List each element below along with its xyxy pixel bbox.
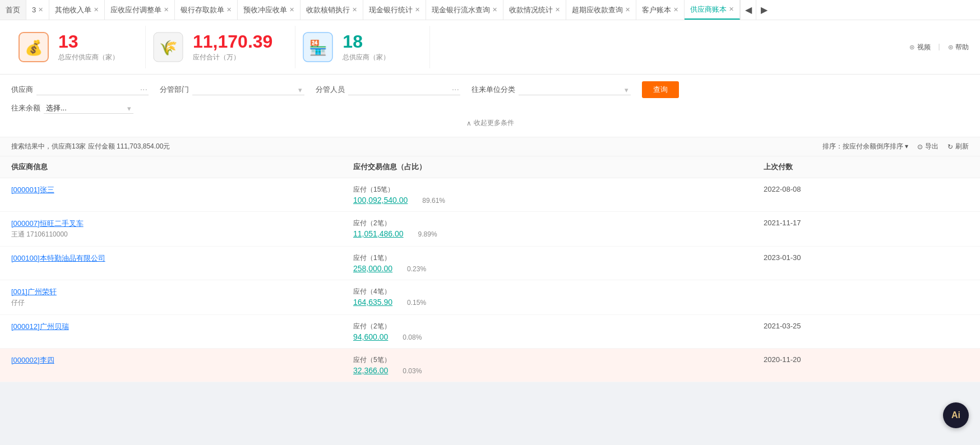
transaction-cell-4: 应付（2笔） 94,600.00 0.08% bbox=[353, 322, 764, 341]
tx-amount-3[interactable]: 164,635.90 bbox=[353, 298, 392, 307]
nav-customer-book-label: 客户账本 bbox=[642, 5, 671, 15]
sort-chevron-icon: ▾ bbox=[905, 142, 908, 150]
lastpay-date-5: 2020-11-20 bbox=[764, 355, 801, 364]
help-link[interactable]: ⊙ 帮助 bbox=[948, 43, 969, 52]
nav-bank-deposit-close[interactable]: ✕ bbox=[226, 6, 232, 13]
payable-total-label: 应付合计（万） bbox=[193, 53, 272, 62]
filter-area: 供应商 ··· 分管部门 ▾ 分管人员 ··· bbox=[0, 75, 980, 137]
supplier-link-3[interactable]: [001]广州荣轩 bbox=[11, 288, 57, 296]
nav-advance-offset-close[interactable]: ✕ bbox=[289, 6, 294, 13]
sort-label[interactable]: 排序：按应付余额倒序排序 ▾ bbox=[822, 142, 908, 151]
nav-cash-flow-query-close[interactable]: ✕ bbox=[492, 6, 497, 13]
nav-receipt-exec-close[interactable]: ✕ bbox=[352, 6, 357, 13]
tx-label-3: 应付（4笔） bbox=[353, 287, 764, 296]
nav-customer-book-close[interactable]: ✕ bbox=[673, 6, 678, 13]
table-row: [000012]广州贝瑞 应付（2笔） 94,600.00 0.08% 2021… bbox=[0, 315, 980, 349]
person-input[interactable] bbox=[348, 84, 460, 95]
nav-other-income-close[interactable]: ✕ bbox=[94, 6, 99, 13]
col-header-lastpay: 上次付数 bbox=[764, 162, 969, 172]
supplier-link-5[interactable]: [000002]李四 bbox=[11, 356, 54, 364]
nav-next-arrow[interactable]: ▶ bbox=[756, 0, 771, 20]
lastpay-date-0: 2022-08-08 bbox=[764, 185, 801, 193]
supplier-cell-2: [000100]本特勤油品有限公司 bbox=[11, 253, 353, 263]
nav-ar-ap-adjust-close[interactable]: ✕ bbox=[164, 6, 169, 13]
collapse-button[interactable]: ∧ 收起更多条件 bbox=[11, 118, 969, 128]
table-row: [000001]张三 应付（15笔） 100,092,540.00 89.61%… bbox=[0, 178, 980, 212]
nav-item-ar-ap-adjust[interactable]: 应收应付调整单 ✕ bbox=[105, 0, 175, 20]
tx-row-3: 164,635.90 0.15% bbox=[353, 296, 764, 307]
nav-prev-arrow[interactable]: ◀ bbox=[740, 0, 756, 20]
category-select-wrapper: ▾ bbox=[519, 84, 631, 95]
table-row: [000100]本特勤油品有限公司 应付（1笔） 258,000.00 0.23… bbox=[0, 247, 980, 280]
tx-row-5: 32,366.00 0.03% bbox=[353, 365, 764, 375]
nav-item-receipt-exec[interactable]: 收款核销执行 ✕ bbox=[301, 0, 363, 20]
nav-item-3[interactable]: 3 ✕ bbox=[26, 0, 49, 20]
supplier-input[interactable] bbox=[36, 84, 149, 95]
nav-item-customer-book[interactable]: 客户账本 ✕ bbox=[636, 0, 685, 20]
tx-row-0: 100,092,540.00 89.61% bbox=[353, 194, 764, 205]
payable-suppliers-icon: 💰 bbox=[17, 30, 50, 64]
refresh-action[interactable]: ↻ 刷新 bbox=[947, 142, 969, 151]
nav-item-cash-flow-query[interactable]: 现金银行流水查询 ✕ bbox=[426, 0, 503, 20]
supplier-link-2[interactable]: [000100]本特勤油品有限公司 bbox=[11, 254, 105, 262]
tx-percent-4: 0.08% bbox=[403, 333, 422, 341]
supplier-link-1[interactable]: [000007]恒旺二手叉车 bbox=[11, 219, 84, 228]
stat-info-payable-suppliers: 13 总应付供应商（家） bbox=[58, 32, 119, 62]
balance-select[interactable]: 选择... bbox=[44, 103, 133, 114]
stat-block-total-suppliers: 🏪 18 总供应商（家） bbox=[295, 26, 430, 68]
nav-item-other-income[interactable]: 其他收入单 ✕ bbox=[49, 0, 105, 20]
tx-amount-0[interactable]: 100,092,540.00 bbox=[353, 196, 408, 205]
nav-item-bank-deposit[interactable]: 银行存取款单 ✕ bbox=[175, 0, 238, 20]
top-nav: 首页 3 ✕ 其他收入单 ✕ 应收应付调整单 ✕ 银行存取款单 ✕ 预收冲应收单… bbox=[0, 0, 980, 20]
nav-bank-deposit-label: 银行存取款单 bbox=[181, 5, 224, 15]
lastpay-date-1: 2021-11-17 bbox=[764, 219, 801, 227]
tx-percent-5: 0.03% bbox=[403, 367, 422, 375]
transaction-cell-5: 应付（5笔） 32,366.00 0.03% bbox=[353, 355, 764, 375]
lastpay-cell-4: 2021-03-25 bbox=[764, 322, 969, 330]
tx-amount-5[interactable]: 32,366.00 bbox=[353, 366, 388, 375]
filter-supplier: 供应商 ··· bbox=[11, 84, 149, 95]
tx-label-0: 应付（15笔） bbox=[353, 185, 764, 194]
export-action[interactable]: ⊙ 导出 bbox=[917, 142, 939, 151]
video-link[interactable]: ⊙ 视频 bbox=[909, 43, 930, 52]
payable-suppliers-label: 总应付供应商（家） bbox=[58, 53, 119, 62]
nav-item-advance-offset[interactable]: 预收冲应收单 ✕ bbox=[238, 0, 301, 20]
filter-balance: 往来余额 选择... ▾ bbox=[11, 103, 133, 114]
nav-item-overdue-query[interactable]: 超期应收款查询 ✕ bbox=[566, 0, 636, 20]
category-select[interactable] bbox=[519, 84, 631, 95]
person-dots-icon[interactable]: ··· bbox=[452, 85, 459, 95]
supplier-link-0[interactable]: [000001]张三 bbox=[11, 186, 54, 194]
stat-info-payable-total: 11,170.39 应付合计（万） bbox=[193, 32, 272, 62]
refresh-label: 刷新 bbox=[955, 142, 969, 151]
nav-item-supplier-book[interactable]: 供应商账本 ✕ bbox=[685, 0, 740, 20]
filter-row-1: 供应商 ··· 分管部门 ▾ 分管人员 ··· bbox=[11, 81, 969, 98]
tx-amount-4[interactable]: 94,600.00 bbox=[353, 332, 388, 341]
nav-overdue-query-close[interactable]: ✕ bbox=[625, 6, 630, 13]
dept-select[interactable] bbox=[192, 84, 304, 95]
lastpay-cell-5: 2020-11-20 bbox=[764, 355, 969, 364]
nav-item-receipt-stat[interactable]: 收款情况统计 ✕ bbox=[503, 0, 566, 20]
nav-cash-bank-stat-close[interactable]: ✕ bbox=[415, 6, 420, 13]
dept-select-wrapper: ▾ bbox=[192, 84, 304, 95]
filter-dept: 分管部门 ▾ bbox=[160, 84, 304, 95]
result-summary-text: 搜索结果中，供应商13家 应付金额 111,703,854.00元 bbox=[11, 142, 170, 151]
query-button[interactable]: 查询 bbox=[642, 81, 679, 98]
tx-amount-2[interactable]: 258,000.00 bbox=[353, 264, 392, 273]
supplier-dots-icon[interactable]: ··· bbox=[140, 85, 147, 95]
nav-supplier-book-label: 供应商账本 bbox=[690, 4, 727, 15]
filter-category: 往来单位分类 ▾ bbox=[471, 84, 631, 95]
nav-3-close[interactable]: ✕ bbox=[38, 6, 43, 13]
tx-label-4: 应付（2笔） bbox=[353, 322, 764, 331]
nav-3-label: 3 bbox=[32, 6, 36, 14]
supplier-link-4[interactable]: [000012]广州贝瑞 bbox=[11, 322, 69, 331]
table-row: [000007]恒旺二手叉车 王通 17106110000 应付（2笔） 11,… bbox=[0, 212, 980, 247]
nav-item-home[interactable]: 首页 bbox=[0, 0, 26, 20]
tx-row-1: 11,051,486.00 9.89% bbox=[353, 228, 764, 238]
supplier-cell-0: [000001]张三 bbox=[11, 185, 353, 195]
nav-supplier-book-close[interactable]: ✕ bbox=[729, 6, 734, 13]
nav-overdue-query-label: 超期应收款查询 bbox=[572, 5, 623, 15]
nav-item-cash-bank-stat[interactable]: 现金银行统计 ✕ bbox=[363, 0, 426, 20]
nav-receipt-stat-close[interactable]: ✕ bbox=[555, 6, 560, 13]
stat-info-total-suppliers: 18 总供应商（家） bbox=[343, 32, 390, 62]
tx-amount-1[interactable]: 11,051,486.00 bbox=[353, 229, 404, 238]
